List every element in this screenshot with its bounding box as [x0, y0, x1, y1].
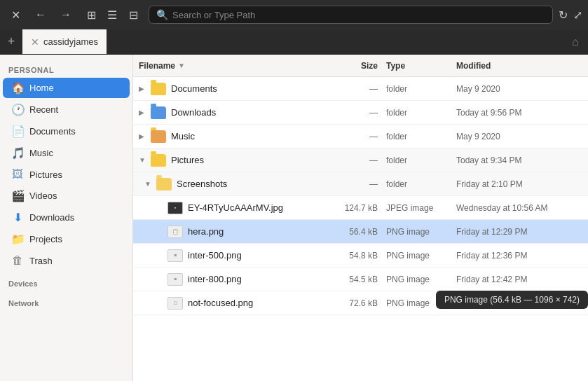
file-modified: May 9 2020: [456, 84, 582, 94]
search-input[interactable]: [172, 10, 545, 20]
devices-section-label: Devices: [0, 271, 132, 291]
downloads-icon: ⬇: [11, 211, 24, 224]
sidebar-item-documents[interactable]: 📄 Documents: [3, 121, 130, 141]
file-name: Pictures: [171, 155, 323, 165]
sidebar-item-pictures[interactable]: 🖼 Pictures: [3, 165, 130, 184]
sidebar-item-trash[interactable]: 🗑 Trash: [3, 251, 130, 270]
file-type: folder: [386, 155, 456, 165]
view-list-button[interactable]: ☰: [102, 5, 122, 25]
file-type: PNG image: [386, 251, 456, 261]
sidebar-item-projects[interactable]: 📁 Projects: [3, 229, 130, 249]
column-type-header[interactable]: Type: [386, 61, 456, 71]
tab-label: cassidyjames: [43, 36, 98, 47]
sidebar-label-trash: Trash: [29, 256, 53, 266]
folder-pictures-icon: [150, 152, 167, 169]
png-file-icon: ≡: [167, 247, 184, 264]
file-size: 54.8 kB: [323, 251, 386, 261]
tabbar: + ✕ cassidyjames ⌂: [0, 29, 588, 55]
close-button[interactable]: ✕: [6, 5, 25, 25]
file-list-wrapper[interactable]: ▶ Documents — folder May 9 2020 ▶ Downlo…: [133, 77, 588, 381]
table-row[interactable]: □ not-focused.png 72.6 kB PNG image Frid…: [133, 291, 588, 315]
folder-downloads-icon: [150, 104, 167, 121]
file-browser: Filename ▼ Size Type Modified ▶ Document…: [133, 55, 588, 381]
file-size: —: [323, 179, 386, 189]
expand-arrow[interactable]: ▶: [139, 109, 150, 116]
sidebar-item-downloads[interactable]: ⬇ Downloads: [3, 207, 130, 228]
sidebar-item-music[interactable]: 🎵 Music: [3, 143, 130, 163]
file-name: Screenshots: [177, 179, 323, 189]
file-modified: Friday at 12:45 PM: [456, 298, 582, 308]
table-row[interactable]: ▼ Pictures — folder Today at 9:34 PM: [133, 148, 588, 172]
sidebar-label-pictures: Pictures: [29, 169, 62, 180]
file-table-header: Filename ▼ Size Type Modified: [133, 55, 588, 77]
table-row[interactable]: ▶ Documents — folder May 9 2020: [133, 77, 588, 101]
table-row[interactable]: ▪ EY-4RTyUcAAArMV.jpg 124.7 kB JPEG imag…: [133, 196, 588, 220]
sidebar-label-videos: Videos: [29, 190, 57, 201]
home-icon: 🏠: [11, 81, 24, 95]
toolbar: ✕ ← → ⊞ ☰ ⊟ 🔍 ↻ ⤢: [0, 0, 588, 29]
add-tab-button[interactable]: +: [0, 31, 22, 53]
search-icon: 🔍: [156, 9, 168, 20]
file-size: 72.6 kB: [323, 298, 386, 308]
file-size: 124.7 kB: [323, 203, 386, 213]
file-size: —: [323, 132, 386, 141]
file-size: 56.4 kB: [323, 227, 386, 237]
file-name: EY-4RTyUcAAArMV.jpg: [188, 202, 323, 213]
expand-arrow[interactable]: ▼: [139, 156, 150, 164]
refresh-button[interactable]: ↻: [559, 8, 568, 22]
view-grid-button[interactable]: ⊞: [81, 5, 101, 25]
file-modified: Today at 9:56 PM: [456, 108, 582, 118]
file-modified: May 9 2020: [456, 132, 582, 141]
column-name-header[interactable]: Filename ▼: [139, 61, 323, 71]
png-file-icon: 📋: [167, 223, 184, 240]
file-name: Music: [171, 131, 323, 141]
expand-arrow[interactable]: ▶: [139, 132, 150, 140]
sidebar-item-videos[interactable]: 🎬 Videos: [3, 186, 130, 206]
forward-button[interactable]: →: [56, 5, 76, 25]
column-size-header[interactable]: Size: [323, 61, 386, 71]
png-file-icon: □: [167, 295, 184, 312]
file-size: 54.5 kB: [323, 275, 386, 284]
table-row[interactable]: ≡ inter-800.png 54.5 kB PNG image Friday…: [133, 268, 588, 291]
column-modified-header[interactable]: Modified: [456, 61, 582, 71]
tab-close-icon[interactable]: ✕: [31, 36, 39, 48]
file-type: folder: [386, 108, 456, 118]
sidebar-label-projects: Projects: [29, 234, 62, 244]
file-size: —: [323, 84, 386, 94]
folder-music-icon: [150, 128, 167, 145]
sidebar-item-home[interactable]: 🏠 Home: [3, 78, 130, 98]
sidebar-item-recent[interactable]: 🕐 Recent: [3, 99, 130, 120]
file-modified: Friday at 12:29 PM: [456, 227, 582, 237]
back-button[interactable]: ←: [31, 5, 50, 25]
recent-icon: 🕐: [11, 103, 24, 116]
pictures-icon: 🖼: [11, 168, 24, 181]
file-name: not-focused.png: [188, 298, 323, 308]
file-name: hera.png: [188, 226, 323, 237]
file-type: JPEG image: [386, 203, 456, 213]
view-columns-button[interactable]: ⊟: [123, 5, 143, 25]
table-row[interactable]: 📋 hera.png 56.4 kB PNG image Friday at 1…: [133, 220, 588, 244]
folder-screenshots-icon: [156, 176, 172, 193]
table-row[interactable]: ▶ Downloads — folder Today at 9:56 PM: [133, 101, 588, 125]
table-row[interactable]: ▶ Music — folder May 9 2020: [133, 125, 588, 148]
expand-arrow[interactable]: ▼: [144, 180, 156, 188]
expand-arrow[interactable]: ▶: [139, 85, 150, 92]
table-row[interactable]: ≡ inter-500.png 54.8 kB PNG image Friday…: [133, 244, 588, 268]
sidebar-label-downloads: Downloads: [29, 212, 74, 223]
png-file-icon: ≡: [167, 271, 184, 288]
personal-section-label: Personal: [0, 60, 132, 77]
maximize-button[interactable]: ⤢: [573, 8, 582, 22]
sidebar: Personal 🏠 Home 🕐 Recent 📄 Documents 🎵 M…: [0, 55, 133, 381]
file-modified: Friday at 2:10 PM: [456, 179, 582, 189]
file-type: PNG image: [386, 227, 456, 237]
active-tab[interactable]: ✕ cassidyjames: [22, 29, 107, 54]
documents-icon: 📄: [11, 125, 24, 138]
table-row[interactable]: ▼ Screenshots — folder Friday at 2:10 PM: [133, 172, 588, 196]
file-name: inter-800.png: [188, 274, 323, 284]
file-type: PNG image: [386, 275, 456, 284]
trash-icon: 🗑: [11, 254, 24, 267]
tab-history-button[interactable]: ⌂: [563, 36, 588, 48]
sidebar-label-documents: Documents: [29, 126, 76, 137]
file-name: inter-500.png: [188, 250, 323, 261]
file-size: —: [323, 108, 386, 118]
